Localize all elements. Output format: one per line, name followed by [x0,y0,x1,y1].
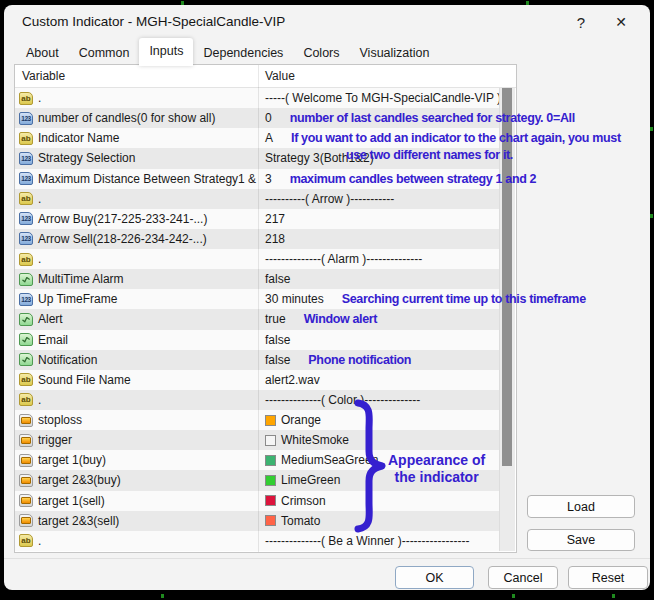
color-param-icon [19,454,33,467]
value-cell[interactable]: Crimson [258,494,326,508]
value-text: MediumSeaGreen [281,453,378,467]
value-text: false [265,333,290,347]
value-cell[interactable]: --------------( Color )-------------- [258,393,420,407]
variable-name: number of candles(0 for show all) [38,111,215,125]
tab-inputs[interactable]: Inputs [139,38,193,66]
column-header-value: Value [265,69,295,83]
variable-name: MultiTime Alarm [38,272,124,286]
footer-divider [4,558,650,559]
variable-name: Notification [38,353,97,367]
variable-cell: MultiTime Alarm [15,272,258,286]
variable-cell: 123Up TimeFrame [15,292,258,306]
ab-param-icon: ab [19,92,33,105]
variable-cell: target 1(buy) [15,453,258,467]
value-cell[interactable]: AIf you want to add an indicator to the … [258,131,621,145]
color-swatch [265,515,276,526]
tab-about[interactable]: About [16,41,69,66]
variable-name: Alert [38,312,63,326]
value-cell[interactable]: ----------( Arrow )----------- [258,192,394,206]
value-cell[interactable]: Orange [258,413,321,427]
annotation-note: Window alert [304,312,377,326]
value-text: false [265,272,290,286]
color-param-icon [19,474,33,487]
variable-name: Strategy Selection [38,151,135,165]
value-cell[interactable]: 30 minutesSearching current time up to t… [258,292,586,306]
value-text: Orange [281,413,321,427]
ok-button[interactable]: OK [395,566,474,589]
save-button[interactable]: Save [527,529,635,551]
value-text: Tomato [281,514,320,528]
tab-bar: AboutCommonInputsDependenciesColorsVisua… [16,40,439,66]
value-cell[interactable]: trueWindow alert [258,312,377,326]
color-swatch [265,455,276,466]
tab-visualization[interactable]: Visualization [350,41,440,66]
variable-name: target 2&3(buy) [38,473,121,487]
variable-cell: ab. [15,393,258,407]
value-cell[interactable]: 217 [258,212,285,226]
value-text: 0 [265,111,272,125]
reset-button[interactable]: Reset [568,566,648,589]
annotation-note: use two different names for it. [346,148,513,162]
color-param-icon [19,514,33,527]
value-cell[interactable]: --------------( Alarm )-------------- [258,252,422,266]
value-cell[interactable]: false [258,333,290,347]
ab-param-icon: ab [19,192,33,205]
value-cell[interactable]: falsePhone notification [258,353,411,367]
value-cell[interactable]: false [258,272,290,286]
annotation-note: Searching current time up to this timefr… [342,292,586,306]
variable-name: Maximum Distance Between Strategy1 & 2 [38,172,258,186]
variable-cell: ab. [15,534,258,548]
annotation-note: If you want to add an indicator to the c… [291,131,621,145]
bool-param-icon [19,313,33,326]
variable-name: Indicator Name [38,131,119,145]
value-cell[interactable]: LimeGreen [258,473,340,487]
value-cell[interactable]: -----( Welcome To MGH-SpecialCandle-VIP … [258,91,511,105]
color-swatch [265,435,276,446]
bool-param-icon [19,333,33,346]
value-text: false [265,353,290,367]
value-cell[interactable]: 3maximum candles between strategy 1 and … [258,172,536,186]
123-param-icon: 123 [19,112,33,125]
help-icon[interactable]: ? [568,9,594,35]
cancel-button[interactable]: Cancel [488,566,558,589]
value-text: WhiteSmoke [281,433,349,447]
load-button[interactable]: Load [527,495,635,518]
ab-param-icon: ab [19,393,33,406]
tab-dependencies[interactable]: Dependencies [193,41,293,66]
value-cell[interactable]: WhiteSmoke [258,433,349,447]
value-text: ----------( Arrow )----------- [265,192,394,206]
variable-cell: abSound File Name [15,373,258,387]
value-text: 218 [265,232,285,246]
variable-cell: target 2&3(sell) [15,514,258,528]
variable-cell: target 1(sell) [15,494,258,508]
value-cell[interactable]: 218 [258,232,285,246]
value-cell[interactable]: alert2.wav [258,373,320,387]
variable-name: Up TimeFrame [38,292,117,306]
variable-cell: 123Strategy Selection [15,151,258,165]
variable-name: target 1(buy) [38,453,106,467]
variable-name: . [38,252,41,266]
variable-cell: 123Arrow Buy(217-225-233-241-...) [15,212,258,226]
color-swatch [265,415,276,426]
value-cell[interactable]: MediumSeaGreen [258,453,378,467]
variable-cell: 123Maximum Distance Between Strategy1 & … [15,172,258,186]
tab-colors[interactable]: Colors [293,41,349,66]
variable-cell: ab. [15,252,258,266]
variable-name: Sound File Name [38,373,131,387]
title-bar: Custom Indicator - MGH-SpecialCandle-VIP… [4,5,650,38]
variable-name: Email [38,333,68,347]
ab-param-icon: ab [19,534,33,547]
variable-cell: Alert [15,312,258,326]
value-cell[interactable]: 0number of last candles searched for str… [258,111,575,125]
variable-name: . [38,192,41,206]
variable-cell: abIndicator Name [15,131,258,145]
value-cell[interactable]: Tomato [258,514,320,528]
value-text: --------------( Alarm )-------------- [265,252,422,266]
tab-common[interactable]: Common [69,41,140,66]
variable-cell: ab. [15,91,258,105]
value-cell[interactable]: --------------( Be a Winner )-----------… [258,534,470,548]
123-param-icon: 123 [19,152,33,165]
annotation-note: maximum candles between strategy 1 and 2 [290,172,537,186]
custom-indicator-dialog: Custom Indicator - MGH-SpecialCandle-VIP… [4,5,650,590]
close-icon[interactable]: ✕ [608,9,634,35]
